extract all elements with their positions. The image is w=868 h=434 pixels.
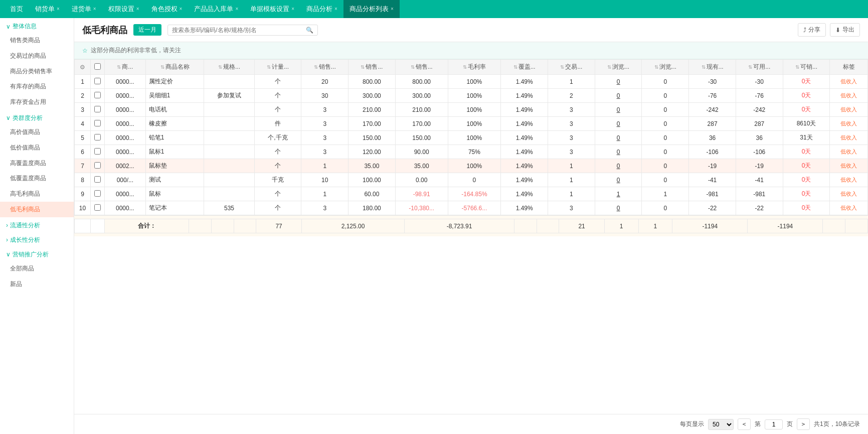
row-view1[interactable]: 0 bbox=[595, 201, 642, 215]
export-button[interactable]: ⬇ 导出 bbox=[830, 23, 860, 37]
row-checkbox[interactable] bbox=[94, 190, 101, 197]
row-checkbox-cell[interactable] bbox=[91, 145, 105, 159]
row-checkbox[interactable] bbox=[94, 92, 101, 98]
search-input[interactable] bbox=[172, 27, 306, 34]
row-view1[interactable]: 0 bbox=[595, 145, 642, 159]
sidebar-item-low-value[interactable]: 低价值商品 bbox=[0, 140, 74, 156]
sort-icon[interactable]: ⇅ bbox=[654, 64, 658, 70]
col-current[interactable]: ⇅现有... bbox=[689, 60, 736, 75]
row-checkbox[interactable] bbox=[94, 148, 101, 155]
col-spec[interactable]: ⇅规格... bbox=[204, 60, 254, 75]
close-icon[interactable]: × bbox=[136, 0, 139, 18]
nav-sales-order[interactable]: 销货单 × bbox=[29, 0, 66, 18]
row-checkbox[interactable] bbox=[94, 134, 101, 140]
search-icon[interactable]: 🔍 bbox=[306, 27, 313, 34]
row-view1[interactable]: 0 bbox=[595, 117, 642, 131]
col-unit[interactable]: ⇅计量... bbox=[254, 60, 301, 75]
row-view1[interactable]: 1 bbox=[595, 187, 642, 201]
nav-product-entry[interactable]: 产品品入库单 × bbox=[188, 0, 244, 18]
page-number-input[interactable] bbox=[765, 419, 783, 429]
sort-icon[interactable]: ⇅ bbox=[218, 64, 222, 70]
row-checkbox-cell[interactable] bbox=[91, 187, 105, 201]
col-sellable[interactable]: ⇅可销... bbox=[783, 60, 830, 75]
close-icon[interactable]: × bbox=[235, 0, 238, 18]
sidebar-group-growth[interactable]: › 成长性分析 bbox=[0, 232, 74, 246]
settings-icon[interactable]: ⚙ bbox=[80, 64, 85, 71]
sidebar-item-sales-products[interactable]: 销售类商品 bbox=[0, 33, 74, 48]
close-icon[interactable]: × bbox=[180, 0, 183, 18]
row-view1[interactable]: 0 bbox=[595, 103, 642, 117]
sidebar-item-traded-products[interactable]: 交易过的商品 bbox=[0, 48, 74, 64]
col-available[interactable]: ⇅可用... bbox=[736, 60, 783, 75]
col-checkbox[interactable] bbox=[91, 60, 105, 75]
sidebar-group-marketing[interactable]: ∨ 营销推广分析 bbox=[0, 246, 74, 261]
col-view2[interactable]: ⇅浏览... bbox=[642, 60, 689, 75]
nav-product-analysis[interactable]: 商品分析 × bbox=[300, 0, 343, 18]
close-icon[interactable]: × bbox=[334, 0, 337, 18]
sidebar-item-high-margin[interactable]: 高毛利商品 bbox=[0, 186, 74, 202]
sort-icon[interactable]: ⇅ bbox=[748, 64, 752, 70]
sort-icon[interactable]: ⇅ bbox=[117, 64, 121, 70]
row-checkbox[interactable] bbox=[94, 162, 101, 169]
next-page-button[interactable]: ＞ bbox=[797, 418, 810, 430]
sidebar-group-overall[interactable]: ∨ 整体信息 bbox=[0, 18, 74, 33]
nav-template-settings[interactable]: 单据模板设置 × bbox=[244, 0, 300, 18]
close-icon[interactable]: × bbox=[391, 0, 394, 18]
row-checkbox-cell[interactable] bbox=[91, 131, 105, 145]
col-view1[interactable]: ⇅浏览... bbox=[595, 60, 642, 75]
sidebar-item-low-coverage[interactable]: 低覆盖度商品 bbox=[0, 171, 74, 186]
row-checkbox-cell[interactable] bbox=[91, 201, 105, 215]
row-view1[interactable]: 0 bbox=[595, 131, 642, 145]
row-view1[interactable]: 0 bbox=[595, 159, 642, 173]
sort-icon[interactable]: ⇅ bbox=[795, 64, 799, 70]
sidebar-item-low-margin[interactable]: 低毛利商品 bbox=[0, 202, 74, 217]
date-filter-button[interactable]: 近一月 bbox=[133, 24, 161, 36]
share-button[interactable]: ⤴ 分享 bbox=[798, 23, 826, 37]
table-wrapper[interactable]: ⚙ ⇅商... ⇅商品名称 ⇅规格... ⇅计量... ⇅销售... ⇅销售..… bbox=[74, 59, 868, 414]
sidebar-item-high-value[interactable]: 高价值商品 bbox=[0, 124, 74, 140]
nav-role-auth[interactable]: 角色授权 × bbox=[145, 0, 189, 18]
sort-icon[interactable]: ⇅ bbox=[267, 64, 271, 70]
col-sales-profit[interactable]: ⇅销售... bbox=[395, 60, 448, 75]
row-view1[interactable]: 0 bbox=[595, 173, 642, 187]
row-checkbox[interactable] bbox=[94, 78, 101, 84]
select-all-checkbox[interactable] bbox=[94, 63, 101, 70]
close-icon[interactable]: × bbox=[93, 0, 96, 18]
close-icon[interactable]: × bbox=[57, 0, 60, 18]
row-checkbox-cell[interactable] bbox=[91, 159, 105, 173]
sidebar-item-stock-products[interactable]: 有库存的商品 bbox=[0, 79, 74, 94]
sort-icon[interactable]: ⇅ bbox=[560, 64, 564, 70]
sort-icon[interactable]: ⇅ bbox=[463, 64, 467, 70]
nav-home[interactable]: 首页 bbox=[4, 0, 29, 18]
col-coverage[interactable]: ⇅覆盖... bbox=[501, 60, 548, 75]
sort-icon[interactable]: ⇅ bbox=[411, 64, 415, 70]
sort-icon[interactable]: ⇅ bbox=[702, 64, 706, 70]
nav-product-analysis-list[interactable]: 商品分析列表 × bbox=[343, 0, 400, 18]
row-checkbox[interactable] bbox=[94, 204, 101, 211]
sidebar-group-circulation[interactable]: › 流通性分析 bbox=[0, 217, 74, 232]
sidebar-item-stock-capital[interactable]: 库存资金占用 bbox=[0, 94, 74, 110]
row-checkbox[interactable] bbox=[94, 176, 101, 183]
sort-icon[interactable]: ⇅ bbox=[314, 64, 318, 70]
col-name[interactable]: ⇅商品名称 bbox=[145, 60, 204, 75]
sidebar-item-category-sales-rate[interactable]: 商品分类销售率 bbox=[0, 64, 74, 79]
prev-page-button[interactable]: ＜ bbox=[738, 418, 751, 430]
sidebar-item-all-products[interactable]: 全部商品 bbox=[0, 261, 74, 276]
col-sales-price[interactable]: ⇅销售... bbox=[349, 60, 396, 75]
sidebar-item-new-products[interactable]: 新品 bbox=[0, 276, 74, 292]
page-size-select[interactable]: 50 100 200 bbox=[708, 419, 734, 430]
col-gross-margin[interactable]: ⇅毛利率 bbox=[448, 60, 501, 75]
nav-purchase-order[interactable]: 进货单 × bbox=[66, 0, 102, 18]
close-icon[interactable]: × bbox=[291, 0, 294, 18]
sort-icon[interactable]: ⇅ bbox=[607, 64, 611, 70]
sort-icon[interactable]: ⇅ bbox=[361, 64, 365, 70]
row-view1[interactable]: 0 bbox=[595, 89, 642, 103]
nav-permission-settings[interactable]: 权限设置 × bbox=[102, 0, 145, 18]
sidebar-group-cluster[interactable]: ∨ 类群度分析 bbox=[0, 110, 74, 124]
sort-icon[interactable]: ⇅ bbox=[160, 64, 164, 70]
search-box[interactable]: 🔍 bbox=[167, 25, 318, 36]
col-tag[interactable]: 标签 bbox=[830, 60, 868, 75]
row-checkbox-cell[interactable] bbox=[91, 117, 105, 131]
row-checkbox[interactable] bbox=[94, 106, 101, 112]
sidebar-item-high-coverage[interactable]: 高覆盖度商品 bbox=[0, 156, 74, 171]
